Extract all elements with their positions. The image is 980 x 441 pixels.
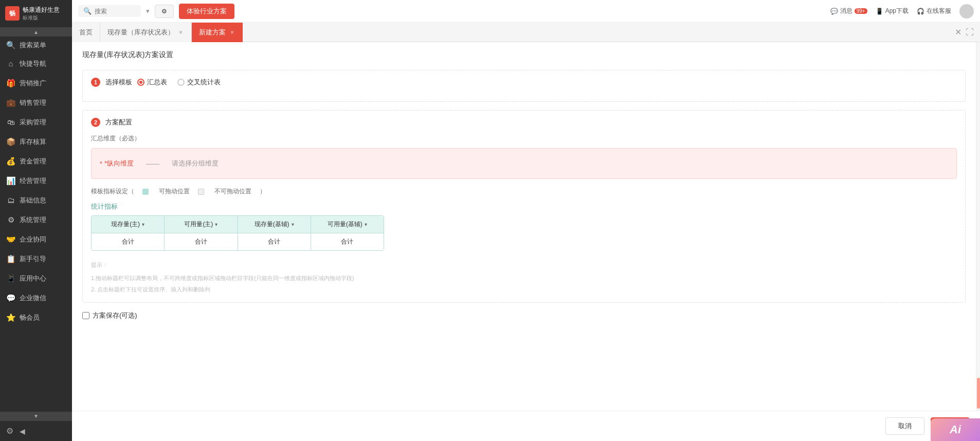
sidebar-item-finance[interactable]: 💰 资金管理 [0, 152, 72, 171]
headset-icon: 🎧 [917, 8, 924, 15]
messages-item[interactable]: 💬 消息 99+ [830, 7, 867, 15]
settings-icon[interactable]: ⚙ [6, 426, 13, 436]
home-icon: ⌂ [6, 59, 15, 68]
star-icon: ⭐ [6, 313, 15, 322]
settings-btn[interactable]: ⚙ [155, 5, 174, 18]
tab-new-plan[interactable]: 新建方案 × [192, 23, 243, 42]
search-input[interactable] [95, 8, 136, 15]
sidebar-item-basic[interactable]: 🗂 基础信息 [0, 191, 72, 210]
dimension-area[interactable]: * *纵向维度 —— 请选择分组维度 [91, 148, 957, 179]
footer: 取消 查询 [72, 411, 980, 441]
content-area: 现存量(库存状况表)方案设置 1 选择模板 汇总表 [72, 42, 976, 411]
indicator-settings: 模板指标设定（ 可拖动位置 不可拖动位置 ） [91, 187, 957, 196]
close-window-btn[interactable]: ✕ [955, 27, 961, 37]
chevron-down-icon-1[interactable]: ▾ [215, 222, 217, 227]
topbar-search-box[interactable]: 🔍 [78, 5, 141, 17]
tips-item-0: 1.拖动标题栏可以调整布局，不可跨维度或指标区域拖动栏目字段(只能在同一维度或指… [91, 272, 957, 284]
stats-body-col-0: 合计 [92, 233, 165, 250]
sidebar-item-sales[interactable]: 💼 销售管理 [0, 93, 72, 113]
tab-new-plan-close[interactable]: × [229, 28, 235, 36]
folder-icon: 🗂 [6, 196, 15, 205]
sidebar-item-search[interactable]: 🔍 搜索菜单 [0, 36, 72, 54]
app-download-item[interactable]: 📱 App下载 [876, 7, 909, 15]
tips-section: 提示： 1.拖动标题栏可以调整布局，不可跨维度或指标区域拖动栏目字段(只能在同一… [91, 259, 957, 295]
section2-header: 2 方案配置 [91, 118, 957, 127]
tab-inventory[interactable]: 现存量（库存状况表） × [100, 23, 192, 42]
chevron-down-icon-2[interactable]: ▾ [292, 222, 294, 227]
sidebar-item-wechat[interactable]: 💬 企业微信 [0, 288, 72, 308]
tabbar: 首页 现存量（库存状况表） × 新建方案 × ✕ ⛶ [72, 23, 980, 42]
sidebar-item-newbie[interactable]: 📋 新手引导 [0, 249, 72, 269]
radio-summary-input[interactable] [137, 79, 144, 86]
section1-title: 选择模板 [105, 78, 132, 87]
topbar-right: 💬 消息 99+ 📱 App下载 🎧 在线客服 [830, 4, 974, 19]
section2-title: 方案配置 [105, 118, 132, 127]
sidebar: 畅 畅康通好生意 标准版 ▲ 🔍 搜索菜单 ⌂ 快捷导航 🎁 营销推广 💼 销售… [0, 0, 72, 441]
section1-header: 1 选择模板 汇总表 交叉统计表 [91, 78, 957, 87]
save-option: 方案保存(可选) [82, 311, 966, 320]
stats-table-body: 合计 合计 合计 合计 [92, 233, 384, 250]
stats-table-header: 现存量(主) ▾ 可用量(主) ▾ [92, 216, 384, 233]
expand-window-btn[interactable]: ⛶ [966, 28, 974, 37]
online-service-item[interactable]: 🎧 在线客服 [917, 7, 951, 15]
clipboard-icon: 📋 [6, 254, 15, 264]
stats-label: 统计指标 [91, 202, 957, 211]
radio-cross[interactable]: 交叉统计表 [177, 78, 221, 87]
cancel-button[interactable]: 取消 [885, 417, 924, 435]
tab-inventory-close[interactable]: × [177, 28, 184, 36]
section-template: 1 选择模板 汇总表 交叉统计表 [82, 70, 966, 102]
chevron-down-icon-0[interactable]: ▾ [142, 222, 144, 227]
phone-icon: 📱 [876, 8, 883, 15]
ai-button[interactable]: Ai [931, 418, 980, 441]
avatar[interactable] [959, 4, 974, 19]
sidebar-footer: ⚙ ◀ [0, 420, 72, 441]
stats-body-col-2: 合计 [238, 233, 311, 250]
dropdown-icon[interactable]: ▾ [146, 7, 150, 15]
tips-item-1: 2. 点击标题栏下拉可设置排序、插入列和删除列 [91, 284, 957, 295]
gear-icon: ⚙ [6, 215, 15, 225]
briefcase-icon: 💼 [6, 98, 15, 107]
dimension-placeholder: 请选择分组维度 [172, 159, 219, 168]
section1-num: 1 [91, 78, 100, 87]
sidebar-item-purchase[interactable]: 🛍 采购管理 [0, 113, 72, 132]
sidebar-scroll-down[interactable]: ▼ [0, 412, 72, 420]
draggable-label: 可拖动位置 [159, 187, 190, 196]
stats-col-header-3: 可用量(基辅) ▾ [311, 216, 384, 233]
sidebar-item-operation[interactable]: 📊 经营管理 [0, 171, 72, 191]
gift-icon: 🎁 [6, 79, 15, 88]
sidebar-item-appstore[interactable]: 📱 应用中心 [0, 269, 72, 288]
search-icon: 🔍 [6, 41, 15, 50]
topbar: 🔍 ▾ ⚙ 体验行业方案 💬 消息 99+ 📱 App下载 🎧 在线客服 [72, 0, 980, 23]
sidebar-scroll-up[interactable]: ▲ [0, 28, 72, 36]
right-scrollbar[interactable] [976, 42, 980, 411]
dimension-dash: —— [146, 160, 159, 168]
logo-icon: 畅 [5, 6, 20, 21]
sidebar-item-inventory[interactable]: 📦 库存核算 [0, 132, 72, 152]
sidebar-item-system[interactable]: ⚙ 系统管理 [0, 210, 72, 230]
minimize-icon[interactable]: ◀ [20, 427, 25, 435]
main-area: 🔍 ▾ ⚙ 体验行业方案 💬 消息 99+ 📱 App下载 🎧 在线客服 [72, 0, 980, 441]
radio-cross-input[interactable] [177, 79, 185, 86]
phone-icon: 📱 [6, 274, 15, 283]
gear-icon: ⚙ [161, 8, 167, 15]
stats-body-col-1: 合计 [165, 233, 238, 250]
sidebar-item-marketing[interactable]: 🎁 营销推广 [0, 74, 72, 93]
sidebar-item-shortcut[interactable]: ⌂ 快捷导航 [0, 54, 72, 74]
messages-badge: 99+ [855, 8, 867, 14]
save-checkbox[interactable] [82, 312, 89, 319]
close-paren: ） [260, 187, 266, 196]
page-title: 现存量(库存状况表)方案设置 [82, 50, 966, 60]
sidebar-item-member[interactable]: ⭐ 畅会员 [0, 308, 72, 327]
search-icon: 🔍 [83, 7, 92, 15]
template-radio-group: 汇总表 交叉统计表 [137, 78, 221, 87]
radio-summary[interactable]: 汇总表 [137, 78, 167, 87]
industry-btn[interactable]: 体验行业方案 [179, 4, 234, 19]
save-option-label: 方案保存(可选) [93, 311, 137, 320]
message-icon: 💬 [830, 8, 838, 15]
tab-home[interactable]: 首页 [72, 23, 100, 42]
sidebar-item-enterprise[interactable]: 🤝 企业协同 [0, 230, 72, 249]
chevron-down-icon-3[interactable]: ▾ [365, 222, 367, 227]
indicator-settings-label: 模板指标设定（ [91, 187, 134, 196]
shopping-icon: 🛍 [6, 118, 15, 127]
box-icon: 📦 [6, 137, 15, 146]
